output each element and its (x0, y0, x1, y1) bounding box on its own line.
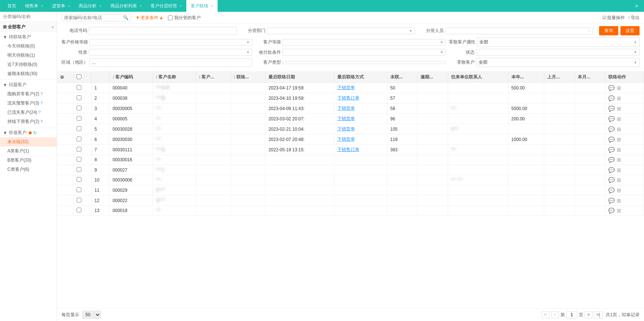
sidebar-item-tomorrow[interactable]: 明天待联络(1) (0, 51, 57, 60)
grid-icon[interactable]: ⊞ (617, 157, 621, 163)
more-conditions-button[interactable]: ▼ 更多条件 ▲ (136, 15, 163, 21)
checkbox-cell[interactable] (74, 134, 92, 145)
export-button[interactable]: ↑ 导出 (628, 15, 640, 21)
grid-icon[interactable]: ⊞ (617, 177, 621, 183)
phone-input[interactable] (89, 27, 237, 35)
grid-icon[interactable]: ⊞ (617, 95, 621, 101)
row-checkbox[interactable] (77, 106, 81, 110)
grid-icon[interactable]: ⊞ (617, 167, 621, 173)
sidebar-item-declining[interactable]: 持续下滑客户(2) ? (0, 117, 57, 126)
last-method-cell[interactable]: 下销货单 (334, 83, 387, 93)
close-icon[interactable]: × (41, 4, 43, 8)
chat-icon[interactable]: 💬 (608, 208, 615, 214)
checkbox-cell[interactable] (74, 175, 92, 185)
checkbox-cell[interactable] (74, 145, 92, 155)
checkbox-cell[interactable] (74, 83, 92, 93)
last-method-cell[interactable] (334, 185, 387, 195)
checkbox-column-header[interactable] (74, 72, 92, 83)
row-checkbox[interactable] (77, 147, 81, 152)
grid-icon[interactable]: ⊞ (617, 208, 621, 214)
pending-contact-group[interactable]: ▼ 待联络客户 (0, 32, 57, 42)
last-method-cell[interactable] (334, 195, 387, 206)
last-method-cell[interactable] (334, 206, 387, 216)
row-checkbox[interactable] (77, 208, 81, 212)
last-method-cell[interactable] (334, 165, 387, 175)
chat-icon[interactable]: 💬 (608, 85, 615, 91)
checkbox-cell[interactable] (74, 195, 92, 206)
checkbox-cell[interactable] (74, 93, 92, 103)
row-checkbox[interactable] (77, 85, 81, 90)
last-method-cell[interactable]: 下销货单 (334, 134, 387, 145)
chat-icon[interactable]: 💬 (608, 106, 615, 112)
close-icon[interactable]: × (211, 4, 213, 8)
sidebar-item-today[interactable]: 今天待联络(0) (0, 42, 57, 51)
collapse-icon[interactable]: « (52, 25, 54, 29)
search-icon[interactable]: 🔍 (123, 15, 129, 20)
close-icon[interactable]: × (68, 4, 70, 8)
checkbox-cell[interactable] (74, 114, 92, 124)
batch-operation-button[interactable]: ☑ 批量操作 (602, 15, 625, 21)
sidebar-item-ungroup[interactable]: 未分组(32) (0, 137, 57, 147)
grid-icon[interactable]: ⊞ (617, 147, 621, 153)
nav-home[interactable]: 首页 (3, 0, 21, 12)
chat-icon[interactable]: 💬 (608, 137, 615, 142)
scatter-attr-select[interactable]: 全部 ▼ (477, 38, 640, 47)
valuation-group[interactable]: ▼ 价值客户 ↻ (0, 128, 57, 137)
close-icon[interactable]: × (99, 4, 102, 8)
last-method-cell[interactable]: 下销售订单 (334, 145, 387, 155)
chat-icon[interactable]: 💬 (608, 157, 615, 163)
manager-select[interactable]: ··· (445, 28, 593, 34)
grid-icon[interactable]: ⊞ (617, 85, 621, 91)
status-select[interactable]: ▼ (476, 49, 640, 56)
sidebar-search-input[interactable] (3, 14, 57, 19)
page-number-input[interactable] (566, 311, 577, 318)
problem-customers-group[interactable]: ▼ 问题客户 (0, 80, 57, 89)
last-method-link[interactable]: 下销货单 (337, 126, 355, 131)
grid-icon[interactable]: ⊞ (617, 187, 621, 193)
checkbox-cell[interactable] (74, 185, 92, 195)
sidebar-item-lost[interactable]: 已流失客户(24) ? (0, 108, 57, 117)
grid-icon[interactable]: ⊞ (617, 137, 621, 142)
nav-purchase[interactable]: 进货单 × (47, 0, 74, 12)
refresh-icon[interactable]: ↻ (33, 130, 37, 135)
last-page-button[interactable]: >| (594, 311, 603, 318)
reset-button[interactable]: 设置 (620, 26, 640, 35)
row-checkbox[interactable] (77, 177, 81, 182)
sidebar-item-7days[interactable]: 近7天待联络(0) (0, 60, 57, 69)
last-method-cell[interactable] (334, 155, 387, 165)
payment-select[interactable]: ▼ (282, 49, 446, 56)
last-method-cell[interactable]: 下销货单 (334, 103, 387, 114)
nav-sales[interactable]: 销售单 × (21, 0, 47, 12)
row-checkbox[interactable] (77, 157, 81, 162)
customer-level-select[interactable]: ▼ (282, 39, 446, 46)
sidebar-item-class-b[interactable]: B类客户(33) (0, 156, 57, 165)
close-all-button[interactable]: × (632, 3, 641, 9)
grid-icon[interactable]: ⊞ (617, 198, 621, 204)
page-size-select[interactable]: 50 20 100 (82, 311, 101, 319)
sidebar-search-box[interactable]: 🔍 (0, 12, 57, 22)
sidebar-item-class-c[interactable]: C类客户(6) (0, 165, 57, 174)
row-checkbox[interactable] (77, 137, 81, 141)
last-method-link[interactable]: 下销售订单 (337, 95, 359, 100)
chat-icon[interactable]: 💬 (608, 126, 615, 132)
prev-page-button[interactable]: < (551, 311, 559, 318)
last-method-cell[interactable]: 下销货单 (334, 124, 387, 134)
checkbox-cell[interactable] (74, 206, 92, 216)
nav-product-analysis-list[interactable]: 商品分析列表 × (106, 0, 146, 12)
chat-icon[interactable]: 💬 (608, 95, 615, 101)
nav-customer-layer[interactable]: 客户分层经营 × (146, 0, 186, 12)
sidebar-item-overdue[interactable]: 逾期未联络(30) (0, 69, 57, 78)
close-icon[interactable]: × (140, 4, 142, 8)
settings-icon[interactable]: ⚙ (60, 75, 64, 80)
last-method-cell[interactable]: 下销售订单 (334, 93, 387, 103)
region-select[interactable]: ... (89, 59, 252, 67)
chat-icon[interactable]: 💬 (608, 198, 615, 204)
customer-type-select[interactable] (282, 61, 446, 64)
first-page-button[interactable]: K (542, 311, 550, 318)
row-checkbox[interactable] (77, 167, 81, 172)
grid-icon[interactable]: ⊞ (617, 126, 621, 132)
last-method-cell[interactable] (334, 175, 387, 185)
nav-product-analysis[interactable]: 商品分析 × (74, 0, 106, 12)
search-input[interactable] (64, 15, 123, 20)
checkbox-cell[interactable] (74, 165, 92, 175)
